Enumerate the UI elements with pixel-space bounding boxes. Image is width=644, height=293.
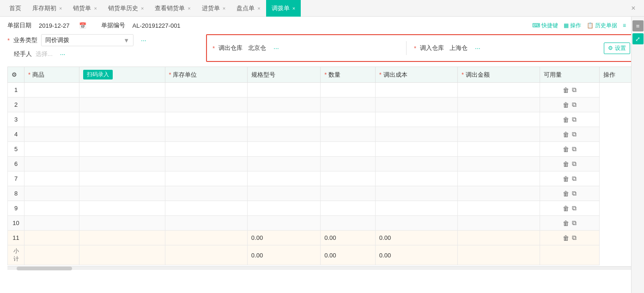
cost-cell[interactable] [321, 171, 376, 186]
delete-icon[interactable]: 🗑 [563, 146, 569, 153]
unit-cell[interactable] [79, 83, 165, 98]
window-close-button[interactable]: × [626, 1, 640, 15]
copy-icon[interactable]: ⧉ [572, 101, 577, 109]
qty-cell[interactable] [247, 142, 320, 157]
product-cell[interactable] [24, 216, 79, 231]
amount-cell[interactable]: 0.00 [375, 231, 457, 245]
spec-cell[interactable] [165, 127, 247, 142]
amount-cell[interactable] [375, 127, 457, 142]
spec-cell[interactable] [165, 83, 247, 98]
sidebar-list-icon[interactable]: ≡ [632, 20, 644, 31]
delete-icon[interactable]: 🗑 [563, 234, 569, 242]
sidebar-expand-icon[interactable]: ⤢ [632, 33, 644, 44]
tab-sales-history[interactable]: 销货单历史 × [103, 0, 149, 17]
unit-cell[interactable] [79, 127, 165, 142]
amount-cell[interactable] [375, 157, 457, 171]
tab-inventory-check[interactable]: 盘点单 × [231, 0, 266, 17]
spec-cell[interactable] [165, 216, 247, 231]
shortcuts-button[interactable]: ⌨ 快捷键 [532, 22, 558, 30]
product-cell[interactable] [24, 98, 79, 112]
unit-cell[interactable] [79, 112, 165, 127]
amount-cell[interactable] [375, 216, 457, 231]
spec-cell[interactable] [165, 98, 247, 112]
delete-icon[interactable]: 🗑 [563, 116, 569, 123]
history-button[interactable]: 📋 历史单据 [587, 22, 617, 30]
cost-cell[interactable] [321, 157, 376, 171]
close-icon[interactable]: × [292, 6, 295, 11]
unit-cell[interactable] [79, 231, 165, 245]
qty-cell[interactable] [247, 127, 320, 142]
copy-icon[interactable]: ⧉ [572, 234, 577, 242]
close-icon[interactable]: × [188, 6, 190, 11]
product-cell[interactable] [24, 127, 79, 142]
product-cell[interactable] [24, 231, 79, 245]
spec-cell[interactable] [165, 201, 247, 216]
close-icon[interactable]: × [257, 6, 260, 11]
copy-icon[interactable]: ⧉ [572, 145, 577, 153]
delete-icon[interactable]: 🗑 [563, 160, 569, 168]
amount-cell[interactable] [375, 98, 457, 112]
copy-icon[interactable]: ⧉ [572, 204, 577, 212]
delete-icon[interactable]: 🗑 [563, 190, 569, 197]
operations-button[interactable]: ▦ 操作 [564, 22, 581, 30]
spec-cell[interactable] [165, 231, 247, 245]
amount-cell[interactable] [375, 112, 457, 127]
product-cell[interactable] [24, 201, 79, 216]
product-cell[interactable] [24, 112, 79, 127]
tab-home[interactable]: 首页 [4, 0, 27, 17]
in-warehouse-dots[interactable]: ··· [475, 44, 480, 52]
th-gear[interactable]: ⚙ [8, 67, 24, 83]
scan-button[interactable]: 扫码录入 [83, 70, 113, 79]
product-cell[interactable] [24, 171, 79, 186]
delete-icon[interactable]: 🗑 [563, 101, 569, 109]
spec-cell[interactable] [165, 142, 247, 157]
qty-cell[interactable]: 0.00 [247, 231, 320, 245]
unit-cell[interactable] [79, 157, 165, 171]
unit-cell[interactable] [79, 216, 165, 231]
cost-cell[interactable] [321, 201, 376, 216]
cost-cell[interactable] [321, 142, 376, 157]
unit-cell[interactable] [79, 201, 165, 216]
amount-cell[interactable] [375, 186, 457, 201]
spec-cell[interactable] [165, 186, 247, 201]
amount-cell[interactable] [375, 83, 457, 98]
delete-icon[interactable]: 🗑 [563, 220, 569, 227]
amount-cell[interactable] [375, 171, 457, 186]
qty-cell[interactable] [247, 216, 320, 231]
spec-cell[interactable] [165, 171, 247, 186]
unit-cell[interactable] [79, 98, 165, 112]
copy-icon[interactable]: ⧉ [572, 175, 577, 183]
copy-icon[interactable]: ⧉ [572, 219, 577, 227]
amount-cell[interactable] [375, 142, 457, 157]
product-cell[interactable] [24, 186, 79, 201]
horizontal-scrollbar[interactable] [7, 266, 637, 270]
business-type-select[interactable]: 同价调拨 ▼ [41, 34, 134, 46]
copy-icon[interactable]: ⧉ [572, 160, 577, 168]
close-icon[interactable]: × [59, 6, 62, 11]
cost-cell[interactable] [321, 216, 376, 231]
close-icon[interactable]: × [141, 6, 144, 11]
cost-cell[interactable] [321, 112, 376, 127]
tab-purchase-order[interactable]: 进货单 × [196, 0, 231, 17]
spec-cell[interactable] [165, 157, 247, 171]
tab-view-sales[interactable]: 查看销货单 × [149, 0, 196, 17]
delete-icon[interactable]: 🗑 [563, 86, 569, 94]
cost-cell[interactable] [321, 186, 376, 201]
tab-inventory-init[interactable]: 库存期初 × [27, 0, 67, 17]
layout1-button[interactable]: ≡ [623, 22, 626, 29]
tab-sales-order[interactable]: 销货单 × [67, 0, 102, 17]
scrollbar-thumb[interactable] [17, 267, 72, 270]
copy-icon[interactable]: ⧉ [572, 130, 577, 138]
calendar-icon[interactable]: 📅 [79, 22, 86, 29]
product-cell[interactable] [24, 83, 79, 98]
cost-cell[interactable]: 0.00 [321, 231, 376, 245]
cost-cell[interactable] [321, 98, 376, 112]
qty-cell[interactable] [247, 201, 320, 216]
amount-cell[interactable] [375, 201, 457, 216]
close-icon[interactable]: × [94, 6, 97, 11]
spec-cell[interactable] [165, 112, 247, 127]
cost-cell[interactable] [321, 127, 376, 142]
delete-icon[interactable]: 🗑 [563, 205, 569, 212]
qty-cell[interactable] [247, 157, 320, 171]
business-type-dots[interactable]: ··· [141, 37, 146, 44]
